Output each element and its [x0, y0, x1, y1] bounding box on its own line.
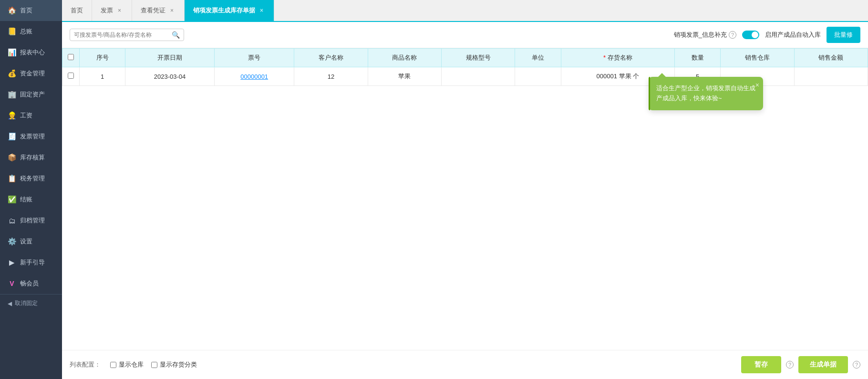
- show-category-label[interactable]: 显示存货分类: [151, 360, 197, 369]
- table-header-customer: 客户名称: [294, 49, 368, 67]
- ledger-icon: 📒: [8, 27, 16, 36]
- bottom-actions: 暂存 ? 生成单据 ?: [741, 356, 860, 373]
- show-warehouse-label[interactable]: 显示仓库: [110, 360, 144, 369]
- bottom-bar: 列表配置： 显示仓库 显示存货分类 暂存 ? 生成单据 ?: [62, 350, 868, 379]
- sidebar-item-assets[interactable]: 🏢 固定资产: [0, 84, 62, 105]
- row-amount: [794, 67, 868, 86]
- content-area: 🔍 销项发票_信息补充 ? 启用产成品自动入库 批量修: [62, 22, 868, 379]
- tooltip-popup: × 适合生产型企业，销项发票自动生成产成品入库，快来体验~: [649, 77, 763, 110]
- sidebar-item-vip[interactable]: V 畅会员: [0, 273, 62, 294]
- row-customer: 12: [294, 67, 368, 86]
- tax-icon: 📋: [8, 174, 16, 183]
- settlement-icon: ✅: [8, 195, 16, 204]
- home-icon: 🏠: [8, 6, 16, 15]
- generate-info-icon[interactable]: ?: [853, 361, 860, 368]
- funds-icon: 💰: [8, 69, 16, 78]
- table-header-date: 开票日期: [125, 49, 215, 67]
- settings-icon: ⚙️: [8, 237, 16, 246]
- show-warehouse-checkbox[interactable]: [110, 362, 116, 368]
- sidebar-item-settlement[interactable]: ✅ 结账: [0, 189, 62, 210]
- tab-voucher-close[interactable]: ×: [168, 6, 176, 15]
- sidebar-item-archive[interactable]: 🗂 归档管理: [0, 210, 62, 231]
- sidebar-item-reports[interactable]: 📊 报表中心: [0, 42, 62, 63]
- sidebar-item-labor[interactable]: 👷 工资: [0, 105, 62, 126]
- row-checkbox-cell: [62, 67, 80, 86]
- vip-icon: V: [8, 279, 16, 288]
- sidebar-item-guide[interactable]: ▶ 新手引导: [0, 252, 62, 273]
- sidebar-pin-button[interactable]: ◀ 取消固定: [0, 294, 62, 312]
- tab-bar: 首页 发票 × 查看凭证 × 销项发票生成库存单据 ×: [62, 0, 868, 22]
- table-header-spec: 规格型号: [442, 49, 515, 67]
- table-header-ticket-no: 票号: [214, 49, 294, 67]
- sidebar-item-funds[interactable]: 💰 资金管理: [0, 63, 62, 84]
- list-config-label: 列表配置：: [70, 360, 101, 369]
- select-all-checkbox[interactable]: [68, 54, 74, 60]
- tooltip-bar: [649, 77, 650, 110]
- invoice-mgr-icon: 🧾: [8, 132, 16, 141]
- sidebar-item-inventory[interactable]: 📦 库存核算: [0, 147, 62, 168]
- reports-icon: 📊: [8, 48, 16, 57]
- table-header-warehouse: 销售仓库: [721, 49, 794, 67]
- search-box[interactable]: 🔍: [70, 29, 184, 41]
- sidebar-item-invoice-mgr[interactable]: 🧾 发票管理: [0, 126, 62, 147]
- archive-icon: 🗂: [8, 216, 16, 225]
- inventory-icon: 📦: [8, 153, 16, 162]
- sidebar-item-tax[interactable]: 📋 税务管理: [0, 168, 62, 189]
- tab-generate[interactable]: 销项发票生成库存单据 ×: [185, 0, 274, 21]
- main-area: 首页 发票 × 查看凭证 × 销项发票生成库存单据 × 🔍 销项发票_信息补充: [62, 0, 868, 379]
- sidebar-item-ledger[interactable]: 📒 总账: [0, 21, 62, 42]
- save-button[interactable]: 暂存: [741, 356, 781, 373]
- search-icon[interactable]: 🔍: [172, 31, 180, 39]
- guide-icon: ▶: [8, 258, 16, 267]
- save-info-icon[interactable]: ?: [786, 361, 794, 368]
- info-icon[interactable]: ?: [729, 31, 736, 39]
- tab-generate-close[interactable]: ×: [258, 6, 265, 15]
- toolbar: 🔍 销项发票_信息补充 ? 启用产成品自动入库 批量修: [62, 22, 868, 48]
- sidebar-item-home[interactable]: 🏠 首页: [0, 0, 62, 21]
- tab-voucher[interactable]: 查看凭证 ×: [132, 0, 185, 21]
- row-date: 2023-03-04: [125, 67, 215, 86]
- table-header-checkbox: [62, 49, 80, 67]
- table-header-seq: 序号: [80, 49, 125, 67]
- sidebar: 🏠 首页 📒 总账 📊 报表中心 💰 资金管理 🏢 固定资产 👷 工资 🧾 发票…: [0, 0, 62, 379]
- search-input[interactable]: [74, 32, 169, 38]
- row-product: 苹果: [368, 67, 441, 86]
- toggle-label: 启用产成品自动入库: [765, 31, 821, 39]
- tab-home[interactable]: 首页: [62, 0, 92, 21]
- pin-icon: ◀: [8, 300, 12, 307]
- table-header-unit: 单位: [515, 49, 561, 67]
- generate-button[interactable]: 生成单据: [798, 356, 848, 373]
- row-unit: [515, 67, 561, 86]
- tab-invoice-close[interactable]: ×: [116, 6, 123, 15]
- batch-button[interactable]: 批量修: [827, 27, 860, 43]
- toggle-switch[interactable]: [742, 31, 759, 39]
- info-label: 销项发票_信息补充 ?: [674, 31, 736, 39]
- table-header-amount: 销售金额: [794, 49, 868, 67]
- row-seq: 1: [80, 67, 125, 86]
- show-category-checkbox[interactable]: [151, 362, 157, 368]
- table-header-inventory: 存货名称: [561, 49, 674, 67]
- sidebar-item-settings[interactable]: ⚙️ 设置: [0, 231, 62, 252]
- toolbar-right: 销项发票_信息补充 ? 启用产成品自动入库 批量修: [674, 27, 860, 43]
- row-checkbox[interactable]: [68, 73, 74, 79]
- row-ticket-no[interactable]: 00000001: [214, 67, 294, 86]
- table-header-product: 商品名称: [368, 49, 441, 67]
- labor-icon: 👷: [8, 111, 16, 120]
- assets-icon: 🏢: [8, 90, 16, 99]
- tab-invoice[interactable]: 发票 ×: [92, 0, 132, 21]
- table-header-quantity: 数量: [675, 49, 721, 67]
- row-spec: [442, 67, 515, 86]
- tooltip-close-button[interactable]: ×: [755, 80, 759, 90]
